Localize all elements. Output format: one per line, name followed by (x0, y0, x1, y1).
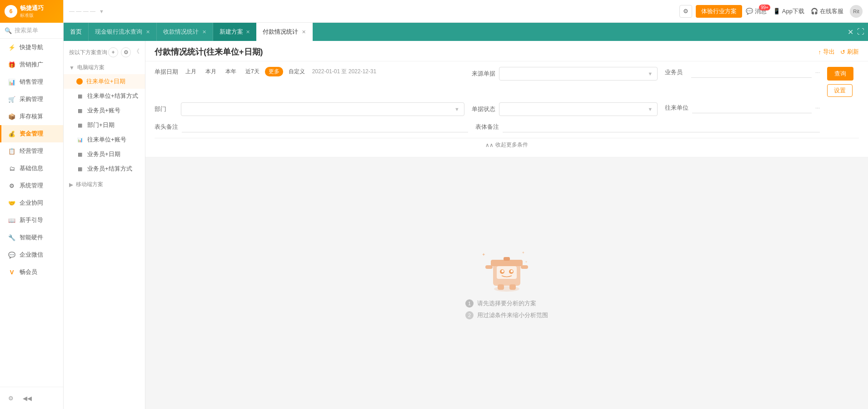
scheme-item-dept-date-icon: ▦ (76, 121, 84, 129)
sidebar-item-operation[interactable]: 📋 经营管理 (0, 142, 63, 160)
sidebar-item-label: 营销推广 (20, 61, 43, 69)
sidebar-item-inventory[interactable]: 📦 库存核算 (0, 108, 63, 125)
tab-new-plan-close[interactable]: ✕ (246, 29, 250, 35)
sidebar-search[interactable]: 🔍 搜索菜单 (0, 23, 63, 39)
filter-date-buttons: 上月 本月 本年 近7天 更多 自定义 2022-01-01 至 2022-12… (182, 67, 376, 76)
online-service-btn[interactable]: 🎧 在线客服 (811, 7, 843, 15)
scheme-group-mobile: ▶ 移动端方案 (64, 178, 145, 191)
member-icon: V (8, 268, 16, 276)
scheme-item-dept-date[interactable]: ▦ 部门+日期 (64, 118, 145, 132)
sidebar-item-label: 基础信息 (20, 164, 43, 172)
topbar-settings-btn[interactable]: ⚙ (679, 5, 692, 18)
sidebar-item-system[interactable]: ⚙ 系统管理 (0, 177, 63, 194)
refresh-btn[interactable]: ↺ 刷新 (840, 48, 859, 56)
scheme-add-btn[interactable]: + (108, 47, 118, 57)
sidebar-item-quick-nav[interactable]: ⚡ 快捷导航 (0, 39, 63, 56)
date-btn-this-month[interactable]: 本月 (202, 67, 220, 76)
sidebar-item-marketing[interactable]: 🎁 营销推广 (0, 56, 63, 73)
app-download-btn[interactable]: 📱 App下载 (773, 7, 804, 15)
counterpart-ellipsis[interactable]: ··· (815, 105, 820, 111)
sidebar-settings-btn[interactable]: ⚙ (5, 392, 17, 404)
scheme-item-staff-settle[interactable]: ▦ 业务员+结算方式 (64, 162, 145, 176)
filter-body-note-input[interactable] (503, 121, 820, 132)
scheme-group-desktop-label: 电脑端方案 (77, 64, 105, 71)
sidebar-item-label: 系统管理 (20, 182, 43, 190)
scheme-group-mobile-title[interactable]: ▶ 移动端方案 (64, 178, 145, 191)
filter-settings-btn[interactable]: 设置 (827, 84, 853, 97)
page-header-actions: ↑ 导出 ↺ 刷新 (818, 48, 859, 56)
scheme-group-mobile-label: 移动端方案 (76, 181, 103, 188)
plus-icon: + (111, 49, 115, 56)
sidebar-item-member[interactable]: V 畅会员 (0, 263, 63, 281)
date-btn-last-month[interactable]: 上月 (182, 67, 200, 76)
scheme-item-counterpart-settle[interactable]: ▦ 往来单位+结算方式 (64, 89, 145, 103)
message-btn[interactable]: 💬 消息 99+ (746, 7, 767, 15)
svg-rect-2 (491, 260, 523, 266)
tab-payment-stat[interactable]: 付款情况统计 ✕ (256, 23, 313, 41)
sidebar-item-wechat[interactable]: 💬 企业微信 (0, 246, 63, 263)
svg-rect-11 (498, 284, 504, 290)
sidebar-item-hardware[interactable]: 🔧 智能硬件 (0, 229, 63, 246)
dept-chevron-icon: ▼ (454, 106, 459, 112)
filter-source-select[interactable]: ▼ (499, 67, 658, 81)
tab-expand-btn[interactable]: ⛶ (857, 28, 864, 36)
sidebar-item-sales[interactable]: 📊 销售管理 (0, 73, 63, 91)
scheme-item-staff-account-label: 业务员+账号 (87, 106, 120, 115)
scheme-item-staff-account[interactable]: ▦ 业务员+账号 (64, 103, 145, 118)
topbar: — — — — ▼ ⚙ 体验行业方案 💬 消息 99+ 📱 App下载 🎧 在线… (64, 0, 868, 23)
query-btn[interactable]: 查询 (827, 67, 853, 81)
tab-receipts-label: 收款情况统计 (163, 28, 199, 36)
trial-btn[interactable]: 体验行业方案 (696, 5, 742, 18)
tab-home[interactable]: 首页 (64, 23, 89, 41)
filter-staff-input[interactable] (691, 67, 812, 78)
sidebar-item-corp[interactable]: 🤝 企业协同 (0, 194, 63, 212)
avatar[interactable]: Rit (850, 5, 863, 18)
sidebar-item-label: 经营管理 (20, 147, 43, 155)
filter-item-body-note: 表体备注 (475, 121, 820, 132)
tab-bank-flow-close[interactable]: ✕ (146, 29, 150, 35)
sidebar-collapse-btn[interactable]: ◀◀ (21, 392, 34, 404)
date-btn-more[interactable]: 更多 (265, 67, 283, 76)
tip-num-1: 1 (465, 299, 474, 308)
tab-receipts[interactable]: 收款情况统计 ✕ (157, 23, 213, 41)
staff-ellipsis[interactable]: ··· (815, 69, 820, 76)
scheme-item-counterpart-date[interactable]: 往来单位+日期 (64, 74, 145, 89)
tab-payment-stat-close[interactable]: ✕ (302, 29, 306, 35)
scheme-item-counterpart-settle-label: 往来单位+结算方式 (87, 92, 138, 100)
sidebar-item-guide[interactable]: 📖 新手引导 (0, 212, 63, 229)
service-icon: 🎧 (811, 8, 818, 15)
scheme-item-staff-settle-icon: ▦ (76, 165, 84, 172)
filter-actions: 查询 设置 (827, 67, 859, 97)
filter-counterpart-input[interactable] (692, 102, 812, 113)
scheme-item-staff-date[interactable]: ▦ 业务员+日期 (64, 147, 145, 162)
filter-status-select[interactable]: ▼ (499, 102, 658, 116)
filter-dept-select[interactable]: ▼ (181, 102, 464, 116)
tab-bank-flow[interactable]: 现金银行流水查询 ✕ (89, 23, 157, 41)
sidebar-item-label: 企业协同 (20, 199, 43, 207)
date-btn-custom[interactable]: 自定义 (285, 67, 309, 76)
scheme-group-desktop: ▼ 电脑端方案 往来单位+日期 ▦ 往来单位+结算方式 ▦ 业务员+账号 ▦ (64, 61, 145, 176)
filter-head-note-input[interactable] (182, 121, 468, 132)
refresh-label: 刷新 (847, 48, 859, 56)
sidebar-item-purchase[interactable]: 🛒 采购管理 (0, 91, 63, 108)
chevron-up-icon: ∧∧ (485, 142, 494, 148)
export-btn[interactable]: ↑ 导出 (818, 48, 835, 56)
scheme-item-dept-date-label: 部门+日期 (87, 121, 115, 129)
date-btn-this-year[interactable]: 本年 (222, 67, 240, 76)
sidebar-footer: ⚙ ◀◀ (0, 387, 63, 409)
sidebar-item-capital[interactable]: 💰 资金管理 (0, 125, 63, 142)
filter-item-counterpart: 往来单位 ··· (665, 102, 820, 113)
tab-receipts-close[interactable]: ✕ (202, 29, 206, 35)
sales-icon: 📊 (8, 78, 16, 86)
scheme-item-staff-settle-label: 业务员+结算方式 (87, 165, 132, 173)
sidebar-item-basic-info[interactable]: 🗂 基础信息 (0, 160, 63, 177)
tab-new-plan[interactable]: 新建方案 ✕ (213, 23, 256, 41)
date-btn-7days[interactable]: 近7天 (242, 67, 263, 76)
collapse-more-btn[interactable]: ∧∧ 收起更多条件 (155, 138, 859, 151)
page-title: 付款情况统计(往来单位+日期) (155, 46, 263, 57)
scheme-group-desktop-title[interactable]: ▼ 电脑端方案 (64, 61, 145, 74)
tab-close-all-btn[interactable]: ✕ (848, 28, 853, 36)
scheme-settings-btn[interactable]: ⚙ (121, 47, 131, 57)
scheme-collapse-btn[interactable]: 《 (134, 47, 140, 57)
scheme-item-counterpart-account[interactable]: 📊 往来单位+账号 (64, 132, 145, 147)
